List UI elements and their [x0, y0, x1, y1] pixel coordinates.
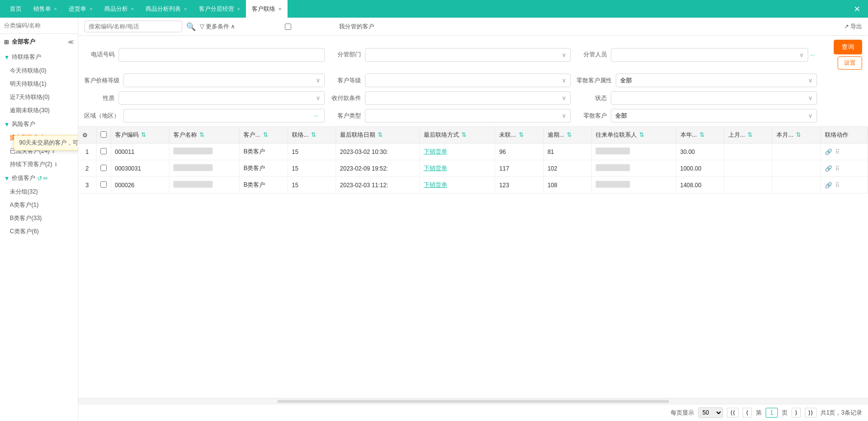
- dept-select[interactable]: ∨: [365, 48, 571, 62]
- nav-customer-segment[interactable]: 客户分层经营 ×: [193, 0, 246, 18]
- sidebar-group-value[interactable]: ▼ 价值客户 ↺ ✏: [0, 171, 78, 185]
- sidebar-root[interactable]: ⊞ 全部客户 ≪: [0, 34, 78, 50]
- action-more-icon[interactable]: ⠿: [835, 149, 840, 155]
- export-btn[interactable]: ↗ 导出: [844, 23, 862, 31]
- sidebar-item-ungrouped[interactable]: 未分组(32): [0, 185, 78, 198]
- per-page-select[interactable]: 50 100 200: [698, 407, 723, 418]
- prev-page-btn[interactable]: ⟨: [743, 408, 752, 418]
- sort-last-date-icon: ⇅: [378, 131, 383, 138]
- nav-home[interactable]: 首页: [4, 0, 27, 18]
- sidebar-item-7days[interactable]: 近7天待联络(0): [0, 91, 78, 104]
- cell-last-type[interactable]: 下销货单: [419, 177, 495, 194]
- th-code[interactable]: 客户编码 ⇅: [111, 127, 169, 144]
- cell-last-type[interactable]: 下销货单: [419, 160, 495, 177]
- row-checkbox[interactable]: [100, 148, 107, 154]
- more-filter-btn[interactable]: ▽ 更多条件 ∧: [200, 23, 235, 31]
- close-segment-tab[interactable]: ×: [237, 6, 240, 12]
- region-label: 区域（地区）: [84, 112, 123, 120]
- close-analysis-list-tab[interactable]: ×: [184, 6, 187, 12]
- main-search-input[interactable]: [84, 21, 182, 32]
- cell-checkbox[interactable]: [96, 160, 111, 177]
- filter-row-2: 客户价格等级 ∨ 客户等级 ∨ 零散客户属性 全部: [84, 74, 862, 87]
- sidebar-item-today[interactable]: 今天待联络(0): [0, 64, 78, 77]
- customer-level-select[interactable]: ∨: [365, 74, 571, 87]
- th-checkbox[interactable]: [96, 127, 111, 144]
- close-purchase-tab[interactable]: ×: [89, 6, 92, 12]
- collapse-icon[interactable]: ≪: [68, 39, 74, 46]
- manager-arrow: ∨: [799, 51, 804, 58]
- cell-action: 🔗 ⠿: [820, 177, 868, 194]
- nav-sales[interactable]: 销售单 ×: [27, 0, 63, 18]
- close-window[interactable]: ✕: [850, 4, 864, 14]
- th-overdue[interactable]: 逾期... ⇅: [543, 127, 591, 144]
- sidebar-item-tomorrow[interactable]: 明天待联络(1): [0, 77, 78, 91]
- th-last-date[interactable]: 最后联络日期 ⇅: [336, 127, 420, 144]
- sidebar-group-risk[interactable]: ▼ 风险客户: [0, 117, 78, 131]
- region-dots[interactable]: ···: [312, 112, 320, 119]
- manager-select[interactable]: ∨: [611, 48, 808, 62]
- query-button[interactable]: 查询: [834, 40, 862, 54]
- th-name[interactable]: 客户名称 ⇅: [169, 127, 240, 144]
- sidebar-item-overdue[interactable]: 逾期未联络(30): [0, 104, 78, 117]
- refresh-icon[interactable]: ↺: [37, 175, 42, 182]
- th-no-contact[interactable]: 未联... ⇅: [495, 127, 543, 144]
- nav-purchase[interactable]: 进货单 ×: [63, 0, 98, 18]
- region-input[interactable]: ···: [123, 109, 325, 123]
- price-level-select[interactable]: ∨: [123, 74, 325, 87]
- nature-select[interactable]: ∨: [119, 91, 325, 105]
- cell-type: B类客户: [240, 160, 288, 177]
- sidebar-item-declining[interactable]: 持续下滑客户(2) ℹ: [0, 158, 78, 171]
- th-this-year[interactable]: 本年... ⇅: [676, 127, 724, 144]
- close-sales-tab[interactable]: ×: [54, 6, 57, 12]
- manager-dots[interactable]: ···: [808, 51, 817, 58]
- phone-input[interactable]: [119, 48, 325, 62]
- payment-select[interactable]: ∨: [365, 91, 571, 105]
- edit-icon[interactable]: ✏: [43, 175, 48, 182]
- settings-button[interactable]: 设置: [838, 56, 862, 70]
- th-contact-person[interactable]: 往来单位联系人 ⇅: [592, 127, 676, 144]
- sidebar-item-c-class[interactable]: C类客户(6): [0, 225, 78, 238]
- sidebar-item-a-class[interactable]: A类客户(1): [0, 198, 78, 212]
- sidebar-item-b-class[interactable]: B类客户(33): [0, 212, 78, 225]
- customer-type-select[interactable]: ∨: [365, 109, 571, 123]
- first-page-btn[interactable]: ⟨⟨: [727, 408, 739, 418]
- action-link-icon[interactable]: 🔗: [825, 165, 832, 172]
- action-link-icon[interactable]: 🔗: [825, 182, 832, 189]
- last-page-btn[interactable]: ⟩⟩: [805, 408, 817, 418]
- cell-checkbox[interactable]: [96, 177, 111, 194]
- action-more-icon[interactable]: ⠿: [835, 182, 840, 189]
- select-all-checkbox[interactable]: [100, 131, 107, 138]
- th-settings[interactable]: ⚙: [78, 127, 96, 144]
- action-link-icon[interactable]: 🔗: [825, 149, 832, 155]
- cell-last-type[interactable]: 下销货单: [419, 144, 495, 160]
- dept-arrow: ∨: [562, 51, 566, 58]
- th-type[interactable]: 客户... ⇅: [240, 127, 288, 144]
- row-checkbox[interactable]: [100, 181, 107, 188]
- th-last-month[interactable]: 上月... ⇅: [724, 127, 772, 144]
- nav-analysis-list[interactable]: 商品分析列表 ×: [140, 0, 193, 18]
- next-page-btn[interactable]: ⟩: [792, 408, 801, 418]
- my-customer-checkbox[interactable]: 我分管的客户: [239, 23, 374, 31]
- sidebar-group-pending[interactable]: ▼ 待联络客户: [0, 50, 78, 64]
- cell-checkbox[interactable]: [96, 144, 111, 160]
- nav-customer-contact[interactable]: 客户联络 ×: [246, 0, 287, 18]
- my-customer-check[interactable]: [239, 24, 337, 30]
- retail-attr-select[interactable]: 全部 ∨: [616, 74, 817, 87]
- main-search-icon[interactable]: 🔍: [186, 22, 196, 31]
- scrollbar-track[interactable]: [277, 400, 669, 403]
- th-contact[interactable]: 联络... ⇅: [288, 127, 336, 144]
- row-checkbox[interactable]: [100, 165, 107, 171]
- th-this-month[interactable]: 本月... ⇅: [772, 127, 820, 144]
- sidebar-search-input[interactable]: [4, 22, 77, 29]
- th-last-type[interactable]: 最后联络方式 ⇅: [419, 127, 495, 144]
- retail-customer-select[interactable]: 全部 ∨: [611, 109, 817, 123]
- sort-contact-icon: ⇅: [311, 131, 316, 138]
- table-row: 1 000011 B类客户 15 2023-03-02 10:30: 下销货单 …: [78, 144, 868, 160]
- status-select[interactable]: ∨: [611, 91, 817, 105]
- sidebar-search-icon[interactable]: 🔍: [77, 22, 78, 29]
- close-analysis-tab[interactable]: ×: [131, 6, 134, 12]
- close-contact-tab[interactable]: ×: [278, 6, 281, 12]
- horizontal-scrollbar[interactable]: [78, 398, 868, 404]
- action-more-icon[interactable]: ⠿: [835, 165, 840, 172]
- nav-analysis[interactable]: 商品分析 ×: [98, 0, 140, 18]
